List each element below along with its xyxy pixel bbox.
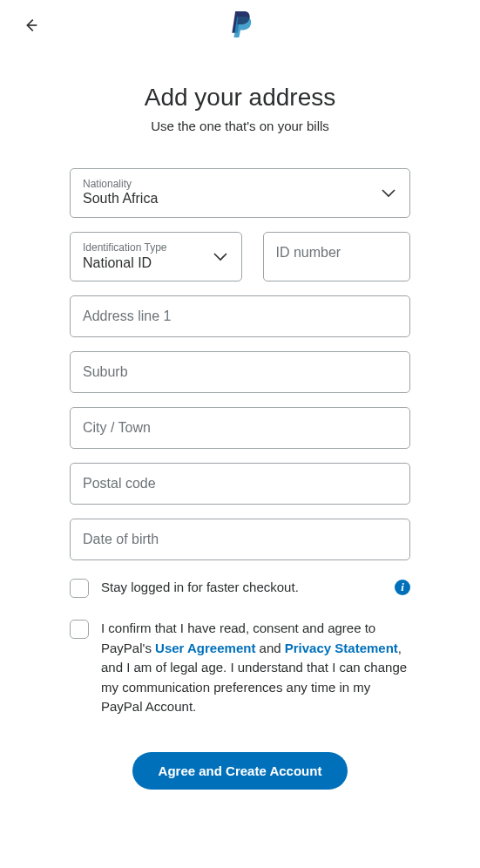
nationality-value: South Africa (83, 191, 158, 206)
paypal-logo (229, 11, 252, 37)
id-type-value: National ID (83, 255, 152, 270)
stay-logged-in-label: Stay logged in for faster checkout. (101, 578, 410, 598)
consent-text: I confirm that I have read, consent and … (101, 619, 410, 717)
address-line-1-input[interactable] (71, 296, 409, 336)
stay-logged-in-checkbox[interactable] (70, 579, 89, 598)
id-type-select[interactable]: Identification Type National ID (70, 232, 242, 281)
nationality-select[interactable]: Nationality South Africa (70, 168, 410, 218)
id-type-label: Identification Type (83, 241, 229, 254)
suburb-input[interactable] (71, 352, 409, 392)
consent-checkbox[interactable] (70, 620, 89, 639)
arrow-left-icon (21, 16, 40, 35)
city-input[interactable] (71, 408, 409, 448)
postal-code-input[interactable] (71, 464, 409, 504)
back-button[interactable] (21, 16, 40, 35)
privacy-statement-link[interactable]: Privacy Statement (285, 641, 398, 655)
nationality-label: Nationality (83, 178, 397, 190)
chevron-down-icon (382, 186, 395, 201)
consent-text-2: and (255, 641, 284, 655)
page-title: Add your address (70, 84, 410, 112)
agree-create-account-button[interactable]: Agree and Create Account (132, 752, 348, 790)
page-subtitle: Use the one that's on your bills (70, 119, 410, 133)
id-number-input[interactable] (264, 233, 410, 273)
date-of-birth-input[interactable] (71, 519, 409, 559)
user-agreement-link[interactable]: User Agreement (155, 641, 255, 655)
chevron-down-icon (213, 249, 227, 265)
